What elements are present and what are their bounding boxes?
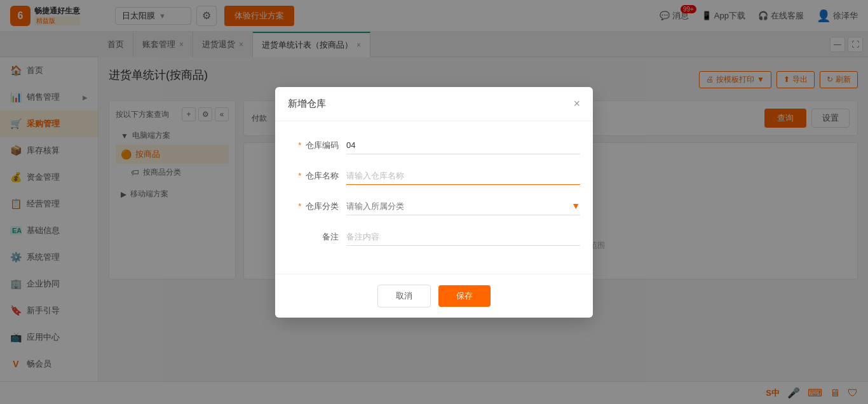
required-mark-name: * xyxy=(298,171,301,180)
warehouse-name-label: * 仓库名称 xyxy=(288,170,339,182)
warehouse-code-label: * 仓库编码 xyxy=(288,140,339,151)
category-dropdown-icon: ▼ xyxy=(571,201,580,211)
remark-row: 备注 xyxy=(288,228,580,246)
remark-label: 备注 xyxy=(288,231,339,243)
warehouse-name-row: * 仓库名称 xyxy=(288,167,580,185)
warehouse-code-row: * 仓库编码 xyxy=(288,137,580,154)
warehouse-category-row: * 仓库分类 ▼ xyxy=(288,198,580,215)
modal-body: * 仓库编码 * 仓库名称 * 仓库分类 xyxy=(275,121,593,274)
modal-footer: 取消 保存 xyxy=(275,274,593,318)
required-mark-category: * xyxy=(298,201,301,211)
remark-input[interactable] xyxy=(346,228,580,246)
warehouse-category-label: * 仓库分类 xyxy=(288,201,339,212)
warehouse-category-input[interactable] xyxy=(346,198,571,215)
modal-close-button[interactable]: × xyxy=(573,97,580,111)
save-button[interactable]: 保存 xyxy=(438,285,491,307)
required-mark-code: * xyxy=(298,140,301,150)
warehouse-name-input[interactable] xyxy=(346,167,580,185)
warehouse-category-select[interactable]: ▼ xyxy=(346,198,580,215)
modal-title: 新增仓库 xyxy=(288,98,326,110)
modal-overlay: 新增仓库 × * 仓库编码 * 仓库名称 xyxy=(0,0,868,404)
warehouse-code-input[interactable] xyxy=(346,137,580,154)
cancel-button[interactable]: 取消 xyxy=(377,285,431,307)
modal-header: 新增仓库 × xyxy=(275,87,593,121)
add-warehouse-modal: 新增仓库 × * 仓库编码 * 仓库名称 xyxy=(275,87,593,318)
